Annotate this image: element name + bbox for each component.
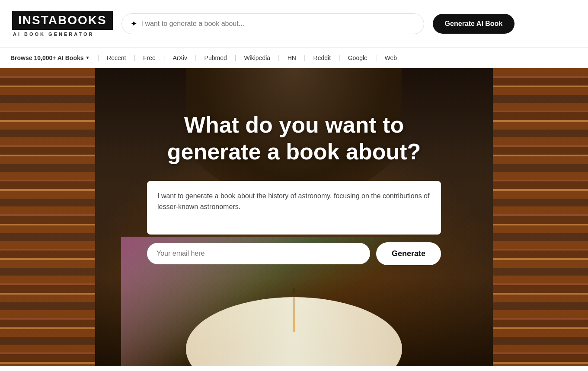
hero-title: What do you want to generate a book abou… [143,111,445,165]
logo-main: INSTABOOKS [12,11,113,30]
header: INSTABOOKS AI BOOK GENERATOR ✦ Generate … [0,0,588,48]
nav-pubmed[interactable]: Pubmed [197,48,235,68]
hero-textarea[interactable] [157,190,431,225]
nav-wikipedia[interactable]: Wikipedia [236,48,278,68]
hero-section: What do you want to generate a book abou… [0,68,588,366]
hero-input-box[interactable] [147,181,441,235]
hero-email-input[interactable] [147,243,370,264]
logo-area: INSTABOOKS AI BOOK GENERATOR [12,11,113,37]
hero-generate-button[interactable]: Generate [376,242,441,265]
book-spine [293,289,295,332]
nav-google[interactable]: Google [340,48,375,68]
nav-web[interactable]: Web [377,48,405,68]
hero-content: What do you want to generate a book abou… [0,68,588,265]
browse-dropdown-icon: ▼ [86,55,90,60]
nav-recent[interactable]: Recent [99,48,134,68]
sparkle-icon: ✦ [131,19,137,29]
nav-browse[interactable]: Browse 10,000+ AI Books ▼ [9,48,97,68]
nav-hn[interactable]: HN [280,48,304,68]
nav-free[interactable]: Free [135,48,163,68]
header-search-container: ✦ [121,13,424,34]
search-input[interactable] [141,20,415,28]
logo-sub: AI BOOK GENERATOR [12,32,94,37]
hero-bottom-row: Generate [147,242,441,265]
nav-reddit[interactable]: Reddit [306,48,339,68]
search-bar: ✦ [121,13,424,34]
header-generate-button[interactable]: Generate AI Book [433,14,515,34]
nav-arxiv[interactable]: ArXiv [165,48,195,68]
nav-bar: Browse 10,000+ AI Books ▼ | Recent | Fre… [0,48,588,68]
